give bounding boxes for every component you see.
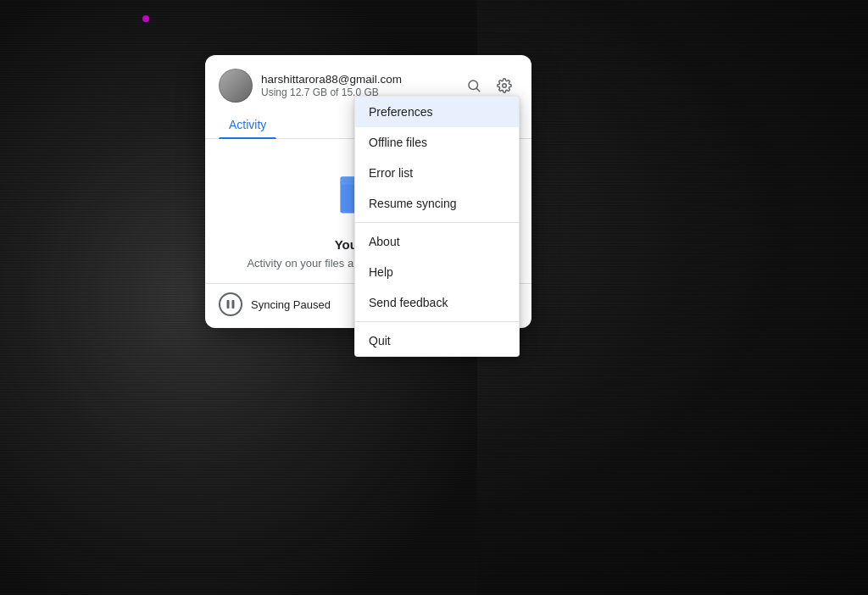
drive-panel: harshittarora88@gmail.com Using 12.7 GB …: [205, 55, 531, 328]
search-icon: [466, 78, 481, 93]
avatar: [219, 69, 253, 103]
dropdown-menu: Preferences Offline files Error list Res…: [354, 96, 520, 357]
pause-icon: [219, 292, 242, 316]
svg-rect-8: [227, 300, 230, 309]
gear-icon: [497, 78, 512, 93]
menu-item-help[interactable]: Help: [355, 257, 519, 287]
menu-item-error-list[interactable]: Error list: [355, 158, 519, 188]
account-email: harshittarora88@gmail.com: [261, 73, 452, 86]
pause-symbol: [225, 299, 236, 309]
menu-item-resume-syncing[interactable]: Resume syncing: [355, 188, 519, 219]
menu-item-quit[interactable]: Quit: [355, 325, 519, 356]
svg-point-0: [469, 81, 478, 90]
sync-status: Syncing Paused: [251, 298, 331, 311]
tab-activity[interactable]: Activity: [219, 111, 276, 138]
gear-icon-container: Preferences Offline files Error list Res…: [491, 72, 518, 99]
avatar-image: [220, 70, 252, 102]
header-icons: Preferences Offline files Error list Res…: [460, 72, 518, 99]
menu-separator-1: [355, 222, 519, 223]
purple-dot-decoration: [142, 15, 149, 22]
svg-point-2: [503, 84, 507, 88]
menu-item-about[interactable]: About: [355, 226, 519, 257]
svg-rect-9: [232, 300, 235, 309]
account-info: harshittarora88@gmail.com Using 12.7 GB …: [261, 73, 452, 98]
menu-separator-2: [355, 321, 519, 322]
svg-line-1: [476, 88, 479, 91]
panel-header: harshittarora88@gmail.com Using 12.7 GB …: [205, 55, 531, 111]
menu-item-preferences[interactable]: Preferences: [355, 97, 519, 127]
menu-item-send-feedback[interactable]: Send feedback: [355, 287, 519, 318]
menu-item-offline-files[interactable]: Offline files: [355, 127, 519, 158]
